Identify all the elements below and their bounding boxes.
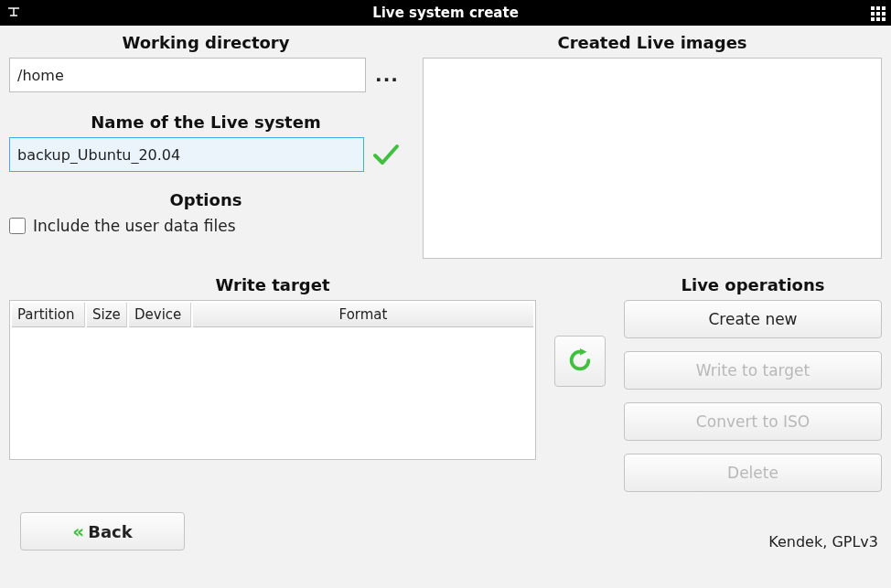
created-images-listbox[interactable] bbox=[423, 58, 882, 259]
chevron-left-icon: « bbox=[72, 520, 81, 542]
mid-row: Write target Partition Size Device Forma… bbox=[9, 275, 882, 492]
column-device[interactable]: Device bbox=[129, 303, 191, 327]
options-heading: Options bbox=[9, 190, 403, 209]
column-partition[interactable]: Partition bbox=[12, 303, 85, 327]
working-directory-heading: Working directory bbox=[9, 33, 403, 52]
write-target-heading: Write target bbox=[9, 275, 536, 294]
include-user-data-row: Include the user data files bbox=[9, 217, 403, 235]
browse-button[interactable]: ... bbox=[371, 58, 403, 92]
delete-button: Delete bbox=[624, 454, 882, 492]
left-column: Working directory ... Name of the Live s… bbox=[9, 33, 403, 259]
live-name-heading: Name of the Live system bbox=[9, 112, 403, 132]
write-to-target-button: Write to target bbox=[624, 351, 882, 390]
column-format[interactable]: Format bbox=[193, 303, 533, 327]
working-directory-input[interactable] bbox=[9, 58, 366, 92]
right-column: Created Live images bbox=[423, 33, 882, 259]
app-grid-icon[interactable] bbox=[871, 6, 886, 21]
live-operations-buttons: Create new Write to target Convert to IS… bbox=[624, 300, 882, 492]
write-target-table[interactable]: Partition Size Device Format bbox=[9, 300, 536, 460]
create-new-button[interactable]: Create new bbox=[624, 300, 882, 338]
main-area: Working directory ... Name of the Live s… bbox=[0, 26, 891, 554]
top-row: Working directory ... Name of the Live s… bbox=[9, 33, 882, 259]
include-user-data-checkbox[interactable] bbox=[9, 218, 26, 234]
bottom-row: « Back Kendek, GPLv3 bbox=[9, 512, 882, 551]
valid-checkmark-icon bbox=[370, 138, 403, 171]
back-button[interactable]: « Back bbox=[20, 512, 185, 551]
convert-to-iso-button: Convert to ISO bbox=[624, 402, 882, 441]
refresh-icon bbox=[566, 347, 594, 377]
titlebar: Live system create bbox=[0, 0, 891, 26]
write-target-column: Write target Partition Size Device Forma… bbox=[9, 275, 536, 460]
live-name-input[interactable] bbox=[9, 137, 364, 172]
include-user-data-label[interactable]: Include the user data files bbox=[33, 217, 236, 235]
back-button-label: Back bbox=[88, 522, 133, 541]
window-title: Live system create bbox=[0, 5, 891, 21]
credit-text: Kendek, GPLv3 bbox=[768, 533, 878, 551]
window-menu-icon[interactable] bbox=[5, 4, 22, 20]
live-operations-heading: Live operations bbox=[624, 275, 882, 294]
working-directory-row: ... bbox=[9, 58, 403, 92]
options-block: Options Include the user data files bbox=[9, 190, 403, 235]
created-images-heading: Created Live images bbox=[423, 33, 882, 52]
column-size[interactable]: Size bbox=[87, 303, 127, 327]
live-name-row bbox=[9, 137, 403, 172]
refresh-button[interactable] bbox=[554, 336, 606, 387]
live-operations-column: Live operations Create new Write to targ… bbox=[624, 275, 882, 492]
